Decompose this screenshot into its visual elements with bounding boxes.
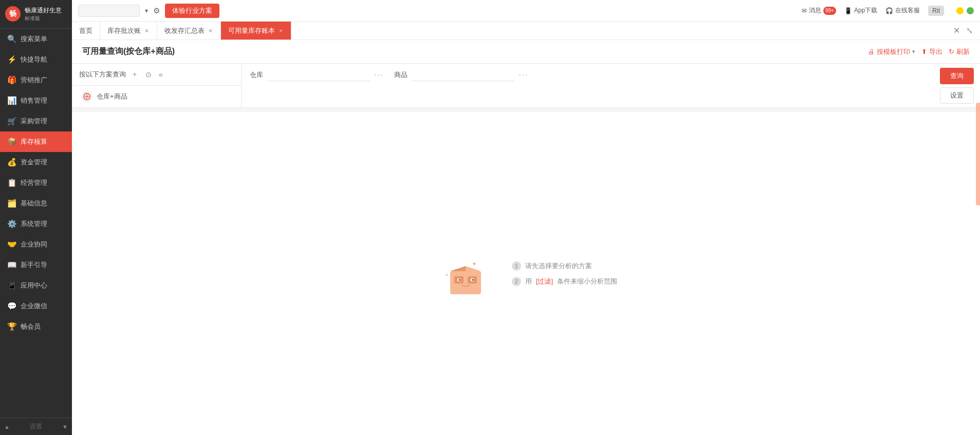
sidebar-item-purchase[interactable]: 🛒 采购管理 (0, 111, 72, 131)
expand-window-btn[interactable]: ⤡ (964, 25, 975, 36)
svg-text:✦: ✦ (478, 281, 482, 285)
svg-marker-4 (450, 266, 466, 271)
sidebar-item-label: 企业协同 (21, 240, 47, 249)
add-scheme-btn[interactable]: ＋ (129, 69, 140, 80)
sidebar-title: 畅康通好生意 (25, 6, 62, 15)
sidebar-item-label: 库存核算 (21, 137, 47, 146)
sidebar-item-basic-info[interactable]: 🗂️ 基础信息 (0, 193, 72, 214)
topbar-dropdown-arrow[interactable]: ▾ (145, 7, 148, 14)
tab-available-qty[interactable]: 可用量库存账本 × (221, 22, 291, 40)
tab-batch-ledger[interactable]: 库存批次账 × (100, 22, 157, 40)
phone-icon: 📱 (844, 7, 852, 14)
sidebar-item-sales[interactable]: 📊 销售管理 (0, 90, 72, 111)
tab-summary[interactable]: 收发存汇总表 × (157, 22, 221, 40)
topbar-right: ✉ 消息 99+ 📱 App下载 🎧 在线客服 Rit (802, 6, 974, 16)
sidebar-item-label: 应用中心 (21, 281, 47, 290)
warehouse-more-btn[interactable]: ··· (374, 70, 384, 80)
close-window-btn[interactable]: ✕ (951, 25, 962, 36)
online-service-btn[interactable]: 🎧 在线客服 (885, 6, 920, 15)
product-more-btn[interactable]: ··· (519, 70, 528, 80)
tab-home[interactable]: 首页 (72, 22, 100, 40)
sidebar-item-membership[interactable]: 🏆 畅会员 (0, 316, 72, 337)
empty-state: ✦ ✦ ✦ 1 请先选择要分析的方案 2 用 [过滤] 条件来缩小分析范围 (72, 112, 980, 435)
sidebar-header: 畅 畅康通好生意 标准版 (0, 0, 72, 29)
scroll-down-btn[interactable]: ▼ (62, 424, 68, 430)
scheme-label: 按以下方案查询 (79, 70, 126, 79)
sidebar-item-label: 营销推广 (21, 75, 47, 85)
tab-close-summary[interactable]: × (208, 27, 213, 34)
book-icon: 📖 (7, 260, 16, 270)
empty-instructions: 1 请先选择要分析的方案 2 用 [过滤] 条件来缩小分析范围 (512, 261, 617, 286)
right-scrollbar[interactable] (976, 103, 980, 205)
sidebar-item-wechat[interactable]: 💬 企业微信 (0, 296, 72, 316)
sidebar-item-onboarding[interactable]: 📖 新手引导 (0, 255, 72, 275)
export-icon: ⬆ (921, 48, 927, 55)
print-btn[interactable]: 🖨 按模板打印 ▾ (868, 47, 915, 56)
clipboard-icon: 📋 (7, 178, 16, 187)
window-controls (956, 7, 974, 14)
maximize-btn[interactable] (967, 7, 974, 14)
sidebar-item-label: 新手引导 (21, 260, 47, 270)
collapse-btn[interactable]: « (157, 69, 165, 80)
sidebar-item-system[interactable]: ⚙️ 系统管理 (0, 214, 72, 234)
print-dropdown-arrow[interactable]: ▾ (912, 48, 915, 55)
filter-link[interactable]: [过滤] (536, 277, 553, 286)
tab-close-batch-ledger[interactable]: × (144, 27, 150, 34)
scheme-item-warehouse-product[interactable]: 仓库+商品 (72, 86, 241, 107)
sidebar-nav: 🔍 搜索菜单 ⚡ 快捷导航 🎁 营销推广 📊 销售管理 🛒 采购管理 📦 库存核… (0, 29, 72, 418)
headset-icon: 🎧 (885, 7, 893, 14)
sidebar-footer: ▲ 设置 ▼ (0, 418, 72, 435)
refresh-icon: ↻ (949, 48, 954, 55)
scroll-up-btn[interactable]: ▲ (4, 424, 10, 430)
sidebar-logo: 畅 (5, 6, 21, 22)
app-download-btn[interactable]: 📱 App下载 (844, 6, 877, 15)
sidebar-item-search[interactable]: 🔍 搜索菜单 (0, 29, 72, 49)
refresh-btn[interactable]: ↻ 刷新 (949, 47, 970, 56)
page-header: 可用量查询(按仓库+商品) 🖨 按模板打印 ▾ ⬆ 导出 ↻ 刷新 (72, 40, 980, 64)
message-badge: 99+ (823, 7, 836, 15)
empty-illustration: ✦ ✦ ✦ (435, 243, 496, 305)
search-icon: 🔍 (7, 34, 16, 44)
sidebar-item-enterprise[interactable]: 🤝 企业协同 (0, 234, 72, 255)
user-avatar[interactable]: Rit (928, 6, 944, 16)
sidebar-item-app-center[interactable]: 📱 应用中心 (0, 275, 72, 296)
scheme-header: 按以下方案查询 ＋ ⊙ « (72, 64, 241, 86)
export-btn[interactable]: ⬆ 导出 (921, 47, 942, 56)
query-scheme-panel: 按以下方案查询 ＋ ⊙ « 仓库+商品 (72, 64, 242, 107)
sidebar-item-label: 快捷导航 (21, 55, 47, 64)
manage-scheme-btn[interactable]: ⊙ (143, 69, 154, 80)
topbar-gear-icon[interactable]: ⚙ (153, 6, 160, 15)
trial-btn[interactable]: 体验行业方案 (165, 4, 219, 18)
sidebar-item-label: 企业微信 (21, 301, 47, 311)
sidebar-item-label: 资金管理 (21, 158, 47, 167)
sidebar-item-inventory[interactable]: 📦 库存核算 (0, 131, 72, 152)
query-fields: 仓库 ··· 商品 ··· (242, 64, 940, 86)
page-content: 可用量查询(按仓库+商品) 🖨 按模板打印 ▾ ⬆ 导出 ↻ 刷新 (72, 40, 980, 435)
product-input[interactable] (412, 69, 514, 81)
topbar-search-input[interactable] (78, 5, 140, 17)
sidebar-item-operations[interactable]: 📋 经营管理 (0, 173, 72, 193)
sidebar-item-marketing[interactable]: 🎁 营销推广 (0, 70, 72, 90)
sidebar-item-label: 采购管理 (21, 117, 47, 126)
page-title: 可用量查询(按仓库+商品) (82, 46, 175, 57)
query-settings-btn[interactable]: 设置 (940, 87, 974, 104)
warehouse-label: 仓库 (250, 70, 263, 80)
sidebar-item-label: 搜索菜单 (21, 34, 47, 44)
sidebar-item-label: 基础信息 (21, 199, 47, 208)
minimize-btn[interactable] (956, 7, 964, 14)
tab-close-available-qty[interactable]: × (278, 27, 284, 34)
message-btn[interactable]: ✉ 消息 99+ (802, 6, 836, 15)
sidebar-item-finance[interactable]: 💰 资金管理 (0, 152, 72, 173)
chart-icon: 📊 (7, 96, 16, 105)
product-field: 商品 ··· (394, 69, 528, 81)
sidebar-item-shortcut[interactable]: ⚡ 快捷导航 (0, 49, 72, 70)
handshake-icon: 🤝 (7, 240, 16, 249)
phone-icon: 📱 (7, 281, 16, 290)
query-area: 按以下方案查询 ＋ ⊙ « 仓库+商品 (72, 64, 980, 108)
svg-point-10 (458, 279, 460, 280)
warehouse-input[interactable] (267, 69, 370, 81)
svg-point-11 (472, 279, 473, 280)
folder-icon: 🗂️ (7, 199, 16, 208)
query-submit-btn[interactable]: 查询 (940, 68, 974, 84)
message-label: 消息 (809, 6, 821, 15)
